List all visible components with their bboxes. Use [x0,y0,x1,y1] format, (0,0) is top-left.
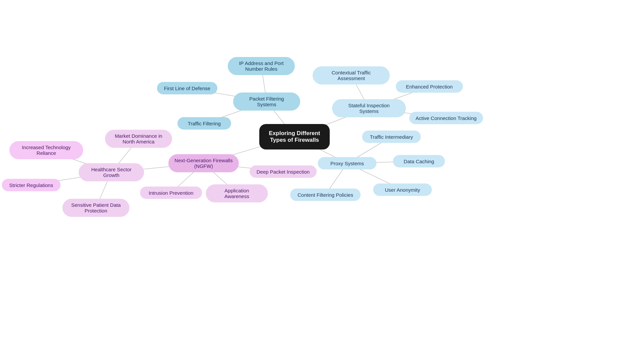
node-deep-packet[interactable]: Deep Packet Inspection [250,166,317,178]
node-data-caching[interactable]: Data Caching [393,155,445,168]
node-intrusion[interactable]: Intrusion Prevention [140,187,202,199]
node-user-anonymity[interactable]: User Anonymity [373,184,432,196]
node-traffic-filtering[interactable]: Traffic Filtering [177,117,231,130]
node-proxy[interactable]: Proxy Systems [318,157,377,170]
node-contextual[interactable]: Contextual Traffic Assessment [313,66,390,84]
node-ip-address[interactable]: IP Address and Port Number Rules [228,57,295,75]
node-packet-filtering[interactable]: Packet Filtering Systems [233,93,300,111]
node-stateful[interactable]: Stateful Inspection Systems [332,99,406,117]
node-app-awareness[interactable]: Application Awareness [206,184,268,202]
node-content-filtering[interactable]: Content Filtering Policies [290,189,361,201]
mind-map: Exploring Different Types of FirewallsPa… [0,0,644,363]
node-healthcare[interactable]: Healthcare Sector Growth [79,163,144,181]
node-sensitive[interactable]: Sensitive Patient Data Protection [62,199,129,217]
node-stricter[interactable]: Stricter Regulations [2,179,61,191]
node-center[interactable]: Exploring Different Types of Firewalls [259,124,330,149]
node-market-dominance[interactable]: Market Dominance in North America [105,130,172,148]
node-first-line[interactable]: First Line of Defense [157,82,217,95]
node-increased-tech[interactable]: Increased Technology Reliance [9,141,83,159]
node-active-connection[interactable]: Active Connection Tracking [409,112,483,124]
connections-svg [0,0,644,363]
node-enhanced[interactable]: Enhanced Protection [396,80,463,93]
node-ngfw[interactable]: Next-Generation Firewalls (NGFW) [168,154,239,172]
node-traffic-intermediary[interactable]: Traffic Intermediary [362,131,421,143]
